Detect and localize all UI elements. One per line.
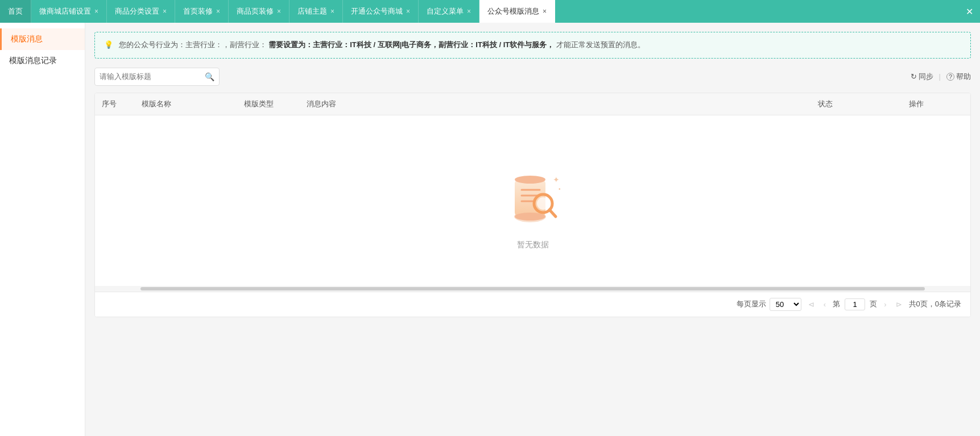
help-icon: ? xyxy=(946,73,954,81)
nav-tab-template-message[interactable]: 公众号模版消息× xyxy=(479,0,555,23)
page-prefix: 第 xyxy=(833,299,840,309)
toolbar-divider: | xyxy=(939,72,941,81)
nav-tab-homepage-decoration[interactable]: 首页装修× xyxy=(175,0,229,23)
data-table: 序号 模版名称 模版类型 消息内容 状态 操作 xyxy=(94,93,971,317)
last-page-button[interactable]: ⊳ xyxy=(894,299,904,310)
page-size-label: 每页显示 xyxy=(737,299,766,309)
top-navigation: 首页微商城店铺设置×商品分类设置×首页装修×商品页装修×店铺主题×开通公众号商城… xyxy=(0,0,980,23)
nav-tab-close-shop-settings[interactable]: × xyxy=(94,7,98,15)
empty-illustration: ✦ • xyxy=(499,163,567,231)
search-input[interactable] xyxy=(100,72,202,81)
notice-text-suffix: 才能正常发送预置的消息。 xyxy=(556,40,645,49)
nav-tab-label-product-decoration: 商品页装修 xyxy=(237,6,274,16)
page-size-select[interactable]: 50 10 20 100 xyxy=(770,298,801,311)
nav-tab-close-homepage-decoration[interactable]: × xyxy=(216,7,220,15)
svg-point-7 xyxy=(515,213,545,221)
sync-button[interactable]: ↻ 同步 xyxy=(911,72,933,82)
sidebar-item-template-message[interactable]: 模版消息 xyxy=(0,28,85,50)
svg-line-10 xyxy=(549,210,556,217)
empty-state: ✦ • 暂无数据 xyxy=(499,163,567,250)
nav-tab-label-template-message: 公众号模版消息 xyxy=(487,6,539,16)
scrollbar-area[interactable] xyxy=(95,286,970,292)
close-all-button[interactable]: ✕ xyxy=(959,6,980,17)
nav-tab-close-template-message[interactable]: × xyxy=(543,7,547,15)
table-header: 序号 模版名称 模版类型 消息内容 状态 操作 xyxy=(95,93,970,115)
current-page-input[interactable] xyxy=(845,298,865,310)
nav-tab-label-open-mall: 开通公众号商城 xyxy=(351,6,403,16)
prev-page-button[interactable]: ‹ xyxy=(821,299,828,310)
nav-tab-label-shop-theme: 店铺主题 xyxy=(297,6,327,16)
nav-tab-label-shop-settings: 微商城店铺设置 xyxy=(39,6,91,16)
svg-point-6 xyxy=(515,176,545,184)
col-header-status: 状态 xyxy=(811,93,902,115)
nav-tab-label-category-settings: 商品分类设置 xyxy=(115,6,159,16)
page-size-selector: 每页显示 50 10 20 100 xyxy=(737,298,801,311)
nav-tab-label-homepage-decoration: 首页装修 xyxy=(183,6,213,16)
empty-text: 暂无数据 xyxy=(517,240,549,250)
col-header-name: 模版名称 xyxy=(135,93,237,115)
nav-tab-close-product-decoration[interactable]: × xyxy=(277,7,281,15)
nav-tab-custom-menu[interactable]: 自定义菜单× xyxy=(419,0,479,23)
nav-tab-close-shop-theme[interactable]: × xyxy=(330,7,334,15)
nav-tab-close-custom-menu[interactable]: × xyxy=(467,7,471,15)
pagination: 每页显示 50 10 20 100 ⊲ ‹ 第 页 › ⊳ 共0页，0条记录 xyxy=(95,292,970,317)
col-header-type: 模版类型 xyxy=(237,93,300,115)
total-text: 共0页，0条记录 xyxy=(909,299,961,309)
nav-tab-shop-theme[interactable]: 店铺主题× xyxy=(290,0,343,23)
main-layout: 模版消息模版消息记录 💡 您的公众号行业为：主营行业：，副营行业： 需要设置为：… xyxy=(0,23,980,436)
sidebar: 模版消息模版消息记录 xyxy=(0,23,85,436)
nav-tab-label-home: 首页 xyxy=(8,6,23,16)
nav-tab-label-custom-menu: 自定义菜单 xyxy=(427,6,464,16)
help-button[interactable]: ? 帮助 xyxy=(946,72,971,82)
sync-icon: ↻ xyxy=(911,72,917,81)
page-unit: 页 xyxy=(870,299,877,309)
notice-text-prefix: 您的公众号行业为：主营行业：，副营行业： xyxy=(119,40,267,49)
nav-tab-category-settings[interactable]: 商品分类设置× xyxy=(107,0,175,23)
sync-label: 同步 xyxy=(919,72,933,82)
notice-banner: 💡 您的公众号行业为：主营行业：，副营行业： 需要设置为：主营行业：IT科技 /… xyxy=(94,32,971,59)
notice-text-highlight: 需要设置为：主营行业：IT科技 / 互联网|电子商务，副营行业：IT科技 / I… xyxy=(268,40,554,49)
col-header-index: 序号 xyxy=(95,93,135,115)
search-bar: 🔍 ↻ 同步 | ? 帮助 xyxy=(94,68,971,86)
svg-text:✦: ✦ xyxy=(553,175,560,184)
notice-icon: 💡 xyxy=(104,40,113,49)
nav-tab-close-open-mall[interactable]: × xyxy=(406,7,410,15)
toolbar-right: ↻ 同步 | ? 帮助 xyxy=(911,72,971,82)
search-button[interactable]: 🔍 xyxy=(205,72,214,81)
help-label: 帮助 xyxy=(956,72,971,82)
nav-tab-product-decoration[interactable]: 商品页装修× xyxy=(229,0,290,23)
sidebar-item-template-records[interactable]: 模版消息记录 xyxy=(0,50,85,72)
svg-point-9 xyxy=(537,197,549,210)
search-input-wrap[interactable]: 🔍 xyxy=(94,68,220,86)
next-page-button[interactable]: › xyxy=(882,299,888,310)
scrollbar-track[interactable] xyxy=(140,287,925,290)
nav-tab-home[interactable]: 首页 xyxy=(0,0,31,23)
nav-tab-shop-settings[interactable]: 微商城店铺设置× xyxy=(31,0,107,23)
table-body: ✦ • 暂无数据 xyxy=(95,115,970,286)
nav-tab-open-mall[interactable]: 开通公众号商城× xyxy=(343,0,419,23)
col-header-content: 消息内容 xyxy=(300,93,811,115)
col-header-action: 操作 xyxy=(902,93,970,115)
svg-text:•: • xyxy=(559,186,561,192)
nav-tab-close-category-settings[interactable]: × xyxy=(163,7,167,15)
content-area: 💡 您的公众号行业为：主营行业：，副营行业： 需要设置为：主营行业：IT科技 /… xyxy=(85,23,980,436)
first-page-button[interactable]: ⊲ xyxy=(806,299,817,310)
